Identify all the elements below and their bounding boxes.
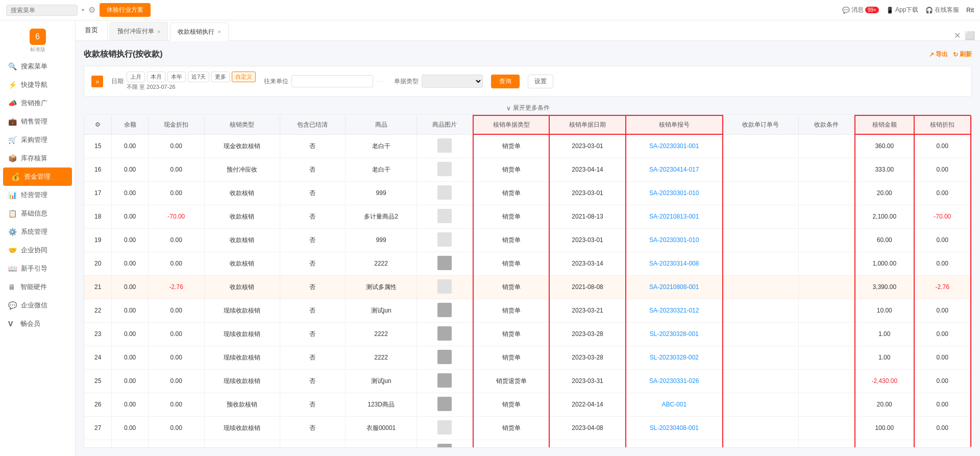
cell-cash-discount: 0.00 [148,252,204,275]
sidebar-item-hardware[interactable]: 🖥 智能硬件 [0,278,75,296]
sidebar-item-finance[interactable]: 💰 资金管理 [3,167,72,186]
cell-receipt-condition [798,322,855,346]
tab-cancel-execution-label: 收款核销执行 [178,28,214,36]
logo-icon: 6 [30,29,46,45]
cell-cancel-type: 收款核销 [204,252,280,275]
cell-cancel-amount: 1.00 [855,346,914,369]
tab-home[interactable]: 首页 [76,20,108,40]
voucher-type-select[interactable] [422,75,483,88]
cell-cancel-bill-no[interactable]: SA-20230331-026 [626,369,723,393]
online-service[interactable]: 🎧 在线客服 [925,6,959,14]
sidebar-item-sales[interactable]: 💼 销售管理 [0,112,75,131]
sidebar-item-purchase[interactable]: 🛒 采购管理 [0,131,75,149]
tab-prepayment-close[interactable]: × [157,29,160,35]
dropdown-arrow-icon[interactable]: ▾ [82,7,84,13]
table-row: 25 0.00 0.00 现续收款核销 否 测试jun 销货退货单 2023-0… [84,369,971,393]
cell-balance: 0.00 [112,416,149,440]
cell-cancel-amount: 100.00 [855,416,914,440]
sidebar-item-guide[interactable]: 📖 新手引导 [0,259,75,278]
search-input[interactable] [6,5,78,16]
tab-cancel-execution[interactable]: 收款核销执行 × [170,22,228,41]
export-button[interactable]: ↗ 导出 [929,50,948,59]
sidebar-item-basic-info[interactable]: 📋 基础信息 [0,204,75,223]
cell-id: 19 [84,228,112,252]
cell-cancel-bill-no[interactable]: SA-20230301-001 [626,134,723,158]
sidebar-label-guide: 新手引导 [21,264,47,273]
date-btn-last-month[interactable]: 上月 [127,71,145,82]
expand-more-icon: ∨ [506,105,511,112]
date-btn-more[interactable]: 更多 [211,71,230,82]
date-btn-this-month[interactable]: 本月 [147,71,165,82]
cell-cancel-bill-no[interactable]: SL-20230418-001 [626,440,723,448]
operations-icon: 📊 [8,191,17,199]
cell-cancel-amount: 360.00 [855,134,914,158]
app-download[interactable]: 📱 App下载 [886,6,918,14]
cell-cancel-bill-no[interactable]: SL-20230328-001 [626,322,723,346]
cell-receipt-order-no [723,440,799,448]
cell-cancel-bill-type: 销货退货单 [473,369,549,393]
cell-cash-discount: 0.00 [148,134,204,158]
user-name[interactable]: Rit [966,7,974,14]
tab-prepayment[interactable]: 预付冲应付单 × [110,22,168,40]
expand-more-row[interactable]: ∨ 展开更多条件 [84,104,972,112]
maximize-icon[interactable]: ⬜ [965,31,975,40]
cell-cancel-discount: 0.00 [914,369,971,393]
setting-button[interactable]: 设置 [528,75,553,88]
table-row: 21 0.00 -2.76 收款核销 否 测试多属性 销货单 2021-08-0… [84,275,971,299]
message-section[interactable]: 💬 消息 99+ [842,6,879,14]
cell-cancel-bill-no[interactable]: SA-20210808-001 [626,275,723,299]
settings-icon[interactable]: ⚙ [88,5,95,15]
filter-toggle-button[interactable]: » [91,76,103,87]
th-include-settled: 包含已结清 [280,115,346,134]
sidebar-item-marketing[interactable]: 📣 营销推广 [0,94,75,112]
cell-receipt-condition [798,181,855,205]
sidebar-item-enterprise[interactable]: 🤝 企业协同 [0,241,75,259]
cell-cancel-bill-no[interactable]: ABC-001 [626,393,723,416]
tab-cancel-execution-close[interactable]: × [217,29,220,35]
cell-cancel-bill-no[interactable]: SA-20230301-010 [626,181,723,205]
cell-cash-discount: 0.00 [148,181,204,205]
date-btn-this-year[interactable]: 本年 [167,71,186,82]
wechat-icon: 💬 [8,301,17,309]
solution-button[interactable]: 休验行业方案 [100,3,151,17]
partner-filter-input[interactable] [291,75,373,87]
member-icon: V [8,320,16,328]
tab-bar: 首页 预付冲应付单 × 收款核销执行 × ✕ ⬜ [76,20,980,41]
cell-id: 18 [84,205,112,228]
sidebar-label-search: 搜索菜单 [21,62,47,71]
sidebar-item-inventory[interactable]: 📦 库存核算 [0,149,75,167]
partner-dots[interactable]: ··· [376,78,386,85]
cell-cancel-bill-no[interactable]: SA-20230321-012 [626,299,723,322]
cell-include-settled: 否 [280,134,346,158]
date-btn-7days[interactable]: 近7天 [188,71,209,82]
refresh-button[interactable]: ↻ 刷新 [953,50,972,59]
cell-cancel-bill-no[interactable]: SA-20230314-008 [626,252,723,275]
cell-cancel-bill-date: 2023-04-14 [549,158,625,181]
date-btn-custom[interactable]: 自定义 [232,71,256,82]
cell-id: 16 [84,158,112,181]
sidebar-item-search[interactable]: 🔍 搜索菜单 [0,57,75,76]
sidebar-label-inventory: 库存核算 [21,154,47,163]
close-window-icon[interactable]: ✕ [954,31,961,40]
cell-cancel-bill-no[interactable]: SA-20210813-001 [626,205,723,228]
sidebar-item-wechat[interactable]: 💬 企业微信 [0,296,75,315]
sidebar-item-quicknav[interactable]: ⚡ 快捷导航 [0,76,75,94]
cell-cancel-bill-no[interactable]: SL-20230328-002 [626,346,723,369]
cell-cancel-type: 现续收款核销 [204,440,280,448]
sidebar-item-member[interactable]: V 畅会员 [0,315,75,333]
sidebar-item-operations[interactable]: 📊 经营管理 [0,186,75,204]
cell-cancel-bill-no[interactable]: SL-20230408-001 [626,416,723,440]
cell-include-settled: 否 [280,181,346,205]
cell-cancel-bill-no[interactable]: SA-20230414-017 [626,158,723,181]
cell-product-image [416,134,473,158]
cell-cancel-bill-no[interactable]: SA-20230301-010 [626,228,723,252]
cell-product: 测试jun [346,299,416,322]
sidebar-label-basic-info: 基础信息 [21,209,47,218]
cell-cancel-type: 收款核销 [204,228,280,252]
cell-cancel-amount: 3,390.00 [855,275,914,299]
sidebar-label-wechat: 企业微信 [21,301,47,310]
th-gear[interactable]: ⚙ [84,115,112,134]
query-button[interactable]: 查询 [491,75,520,88]
cell-cancel-bill-type: 销货单 [473,158,549,181]
sidebar-item-system[interactable]: ⚙️ 系统管理 [0,223,75,241]
